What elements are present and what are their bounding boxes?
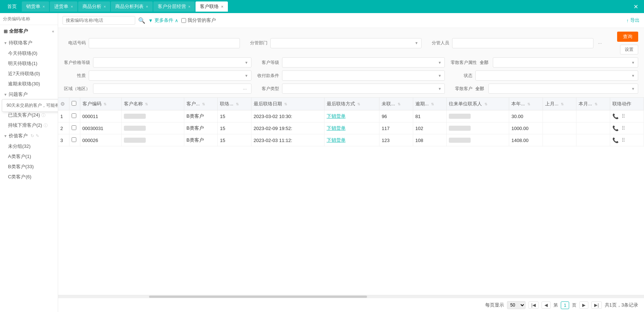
tab-product-analysis-list-close[interactable]: × bbox=[146, 4, 148, 9]
tab-product-analysis[interactable]: 商品分析 × bbox=[78, 1, 110, 12]
filter-dept-select[interactable]: ▼ bbox=[270, 38, 422, 48]
setting-button[interactable]: 设置 bbox=[620, 45, 638, 54]
filter-payment-select[interactable]: ▼ bbox=[282, 70, 445, 81]
filter-zero-retail-select[interactable]: ▼ bbox=[488, 84, 638, 94]
scrollbar-thumb[interactable] bbox=[149, 296, 367, 298]
prev-page-button[interactable]: ◀ bbox=[542, 301, 551, 309]
cell-last-month bbox=[543, 122, 576, 134]
action-phone-icon-2[interactable]: 📞 bbox=[612, 137, 619, 143]
export-button[interactable]: ↑ 导出 bbox=[627, 17, 640, 24]
first-page-button[interactable]: |◀ bbox=[528, 301, 539, 309]
th-this-year[interactable]: 本年... ⇅ bbox=[509, 98, 543, 110]
action-phone-icon-0[interactable]: 📞 bbox=[612, 113, 619, 119]
my-customers-filter[interactable]: 我分管的客户 bbox=[181, 17, 216, 24]
th-this-month[interactable]: 本月... ⇅ bbox=[576, 98, 610, 110]
cell-checkbox[interactable] bbox=[69, 134, 80, 146]
filter-search-button[interactable]: 🔍 bbox=[138, 17, 145, 24]
row-checkbox-2[interactable] bbox=[72, 137, 76, 142]
filter-customer-type-select[interactable]: ▼ bbox=[282, 84, 445, 94]
filter-manager-select[interactable] bbox=[452, 38, 593, 48]
th-last-month[interactable]: 上月... ⇅ bbox=[543, 98, 576, 110]
tab-home[interactable]: 首页 bbox=[3, 1, 21, 12]
filter-zero-retail-attr-select[interactable]: ▼ bbox=[493, 57, 638, 68]
tab-product-analysis-list[interactable]: 商品分析列表 × bbox=[111, 1, 152, 12]
area-more-dots[interactable]: ··· bbox=[241, 86, 248, 92]
sidebar-root[interactable]: ⊞ 全部客户 « bbox=[0, 25, 58, 37]
th-contact[interactable]: 联络... ⇅ bbox=[218, 98, 251, 110]
select-all-checkbox[interactable] bbox=[72, 101, 76, 106]
filter-status-select[interactable]: ▼ bbox=[475, 70, 638, 81]
cell-action: 📞 ⠿ bbox=[610, 122, 644, 134]
action-more-icon-0[interactable]: ⠿ bbox=[621, 113, 625, 119]
filter-nature-select[interactable]: ▼ bbox=[89, 70, 251, 81]
sidebar-group-problem[interactable]: ▼ 问题客户 bbox=[0, 89, 58, 100]
row-checkbox-0[interactable] bbox=[72, 113, 76, 118]
tab-customer-contact-close[interactable]: × bbox=[221, 4, 223, 9]
filter-customer-level-select[interactable]: ▼ bbox=[282, 57, 445, 68]
cell-last-contact-method[interactable]: 下销货单 bbox=[324, 122, 379, 134]
page-size-select[interactable]: 50 100 200 bbox=[507, 301, 526, 309]
tab-sales-order[interactable]: 销货单 × bbox=[22, 1, 49, 12]
sidebar-item-7days[interactable]: 近7天待联络(0) bbox=[0, 69, 58, 79]
tab-customer-tiered-close[interactable]: × bbox=[188, 4, 190, 9]
action-more-icon-1[interactable]: ⠿ bbox=[621, 125, 625, 131]
next-page-button[interactable]: ▶ bbox=[579, 301, 588, 309]
th-customer-type[interactable]: 客户... ⇅ bbox=[184, 98, 217, 110]
query-button[interactable]: 查询 bbox=[617, 32, 638, 42]
th-unit-contact[interactable]: 往来单位联系人 ⇅ bbox=[447, 98, 509, 110]
cell-last-contact-method[interactable]: 下销货单 bbox=[324, 134, 379, 146]
tab-customer-contact[interactable]: 客户联络 × bbox=[196, 1, 228, 12]
filter-search-input[interactable] bbox=[63, 16, 135, 25]
table-row: 2 00030031 B类客户 15 2023-02-09 19:52: 下销货… bbox=[58, 122, 644, 134]
edit-icon[interactable]: ✎ bbox=[36, 133, 39, 138]
action-more-icon-2[interactable]: ⠿ bbox=[621, 137, 625, 143]
sidebar-group-pending[interactable]: ▼ 待联络客户 bbox=[0, 37, 58, 48]
page-size-label: 每页显示 bbox=[485, 302, 504, 308]
sidebar-item-ungrouped[interactable]: 未分组(32) bbox=[0, 141, 58, 151]
sidebar-item-today[interactable]: 今天待联络(0) bbox=[0, 48, 58, 58]
sidebar-search-input[interactable] bbox=[3, 16, 57, 21]
contact-method-link-0[interactable]: 下销货单 bbox=[327, 113, 346, 119]
sidebar-item-class-a[interactable]: A类客户(1) bbox=[0, 151, 58, 162]
window-close-button[interactable]: ✕ bbox=[631, 3, 641, 10]
th-customer-code[interactable]: 客户编码 ⇅ bbox=[80, 98, 121, 110]
contact-method-link-2[interactable]: 下销货单 bbox=[327, 137, 346, 143]
sidebar-item-declining[interactable]: 持续下滑客户(2) ⓘ bbox=[0, 120, 58, 130]
tab-sales-order-close[interactable]: × bbox=[43, 4, 45, 9]
sidebar-item-class-b[interactable]: B类客户(33) bbox=[0, 162, 58, 172]
filter-phone-input[interactable] bbox=[89, 38, 240, 48]
my-customers-checkbox[interactable] bbox=[181, 18, 186, 23]
manager-more-dots[interactable]: ··· bbox=[596, 40, 603, 46]
tab-product-analysis-close[interactable]: × bbox=[104, 4, 106, 9]
contact-method-link-1[interactable]: 下销货单 bbox=[327, 125, 346, 131]
th-last-contact-date[interactable]: 最后联络日期 ⇅ bbox=[251, 98, 324, 110]
sidebar-item-overdue[interactable]: 逾期未联络(30) bbox=[0, 79, 58, 89]
filter-more-conditions-button[interactable]: ▼ 更多条件 ∧ bbox=[148, 17, 178, 24]
th-overdue[interactable]: 逾期... ⇅ bbox=[413, 98, 446, 110]
filter-area-select[interactable]: ··· bbox=[93, 84, 251, 94]
horizontal-scrollbar[interactable] bbox=[58, 295, 644, 298]
tab-purchase-order[interactable]: 进货单 × bbox=[50, 1, 77, 12]
th-settings[interactable]: ⚙ bbox=[58, 98, 69, 110]
cell-checkbox[interactable] bbox=[69, 110, 80, 122]
action-phone-icon-1[interactable]: 📞 bbox=[612, 125, 619, 131]
settings-icon[interactable]: ⚙ bbox=[60, 101, 65, 107]
tab-customer-tiered[interactable]: 客户分层经营 × bbox=[153, 1, 195, 12]
sidebar-collapse-icon[interactable]: « bbox=[52, 29, 54, 33]
th-no-contact[interactable]: 未联... ⇅ bbox=[379, 98, 413, 110]
last-page-button[interactable]: ▶| bbox=[591, 301, 601, 309]
th-customer-name[interactable]: 客户名称 ⇅ bbox=[121, 98, 184, 110]
filter-price-level-select[interactable]: ▼ bbox=[93, 57, 251, 68]
sidebar-group-value[interactable]: ▼ 价值客户 ↻ ✎ bbox=[0, 130, 58, 141]
cell-checkbox[interactable] bbox=[69, 122, 80, 134]
th-last-contact-method[interactable]: 最后联络方式 ⇅ bbox=[324, 98, 379, 110]
problem-customer-tooltip: 90天未交易的客户，可能有流失风险。 bbox=[2, 99, 58, 112]
tab-purchase-order-close[interactable]: × bbox=[71, 4, 73, 9]
cell-last-contact-method[interactable]: 下销货单 bbox=[324, 110, 379, 122]
sidebar-item-class-c[interactable]: C类客户(6) bbox=[0, 172, 58, 182]
refresh-icon[interactable]: ↻ bbox=[31, 133, 34, 138]
sort-icon-unit: ⇅ bbox=[484, 102, 487, 106]
row-checkbox-1[interactable] bbox=[72, 125, 76, 130]
sidebar-item-tomorrow[interactable]: 明天待联络(1) bbox=[0, 58, 58, 69]
cell-no: 2 bbox=[58, 122, 69, 134]
